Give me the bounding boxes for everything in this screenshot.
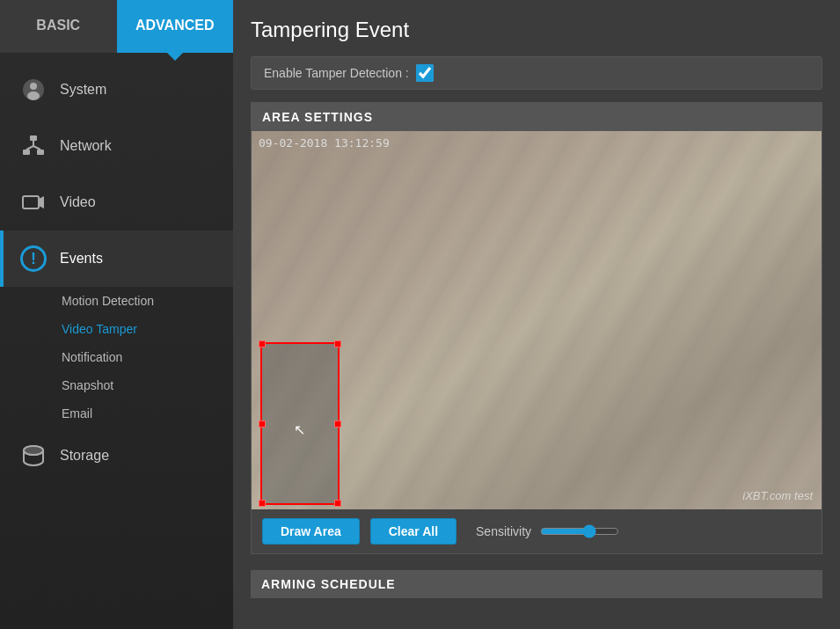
svg-rect-3 [30, 135, 37, 141]
sidebar-item-video-tamper[interactable]: Video Tamper [53, 315, 233, 343]
tamper-detection-row: Enable Tamper Detection : [251, 56, 822, 90]
sidebar-item-snapshot[interactable]: Snapshot [53, 371, 233, 399]
handle-top-right[interactable] [334, 340, 341, 347]
sidebar-item-email[interactable]: Email [53, 399, 233, 428]
tamper-detection-label: Enable Tamper Detection : [264, 66, 409, 80]
video-icon [18, 187, 49, 218]
handle-top-left[interactable] [259, 340, 266, 347]
svg-rect-9 [23, 196, 39, 208]
sidebar-item-network[interactable]: Network [0, 118, 233, 174]
sidebar-item-system-label: System [60, 82, 106, 98]
tab-basic[interactable]: BASIC [0, 0, 117, 53]
tamper-detection-checkbox[interactable] [416, 64, 434, 82]
svg-point-1 [30, 83, 37, 90]
sidebar-item-notification[interactable]: Notification [53, 343, 233, 371]
area-settings-header: AREA SETTINGS [252, 103, 822, 131]
sensitivity-slider[interactable] [540, 524, 619, 538]
svg-line-8 [33, 146, 40, 150]
handle-middle-right[interactable] [334, 421, 341, 428]
sidebar-item-events[interactable]: ! Events [0, 230, 233, 287]
cursor-indicator: ↖ [294, 421, 305, 438]
svg-rect-5 [37, 150, 44, 155]
svg-line-7 [26, 146, 33, 150]
events-submenu: Motion Detection Video Tamper Notificati… [0, 287, 233, 428]
sidebar-item-storage[interactable]: Storage [0, 428, 233, 484]
svg-point-2 [27, 91, 40, 100]
network-icon [18, 130, 49, 162]
tab-bar: BASIC ADVANCED [0, 0, 233, 53]
page-title: Tampering Event [251, 18, 822, 42]
arming-schedule-header: ARMING SCHEDULE [251, 570, 822, 598]
sidebar-item-video[interactable]: Video [0, 174, 233, 230]
sidebar-item-video-label: Video [60, 194, 96, 210]
tab-advanced[interactable]: ADVANCED [117, 0, 234, 53]
clear-all-button[interactable]: Clear All [370, 518, 457, 545]
svg-rect-4 [23, 150, 30, 155]
exclamation-icon: ! [18, 243, 49, 274]
sidebar-item-motion-detection[interactable]: Motion Detection [53, 287, 233, 315]
sensitivity-label: Sensitivity [476, 524, 531, 538]
tab-advanced-label: ADVANCED [135, 18, 214, 33]
handle-bottom-right[interactable] [334, 500, 341, 507]
storage-icon [18, 440, 49, 472]
sidebar-item-network-label: Network [60, 138, 112, 154]
sensitivity-row: Sensitivity [476, 524, 619, 538]
sidebar: BASIC ADVANCED System [0, 0, 233, 629]
camera-timestamp: 09-02-2018 13:12:59 [259, 136, 390, 150]
detection-area[interactable]: ↖ [260, 342, 340, 505]
sidebar-nav: System Network [0, 53, 233, 629]
tab-basic-label: BASIC [36, 18, 80, 33]
draw-area-button[interactable]: Draw Area [262, 518, 360, 545]
handle-middle-left[interactable] [259, 421, 266, 428]
area-settings-box: AREA SETTINGS 09-02-2018 13:12:59 iXBT.c… [251, 102, 822, 554]
sidebar-item-storage-label: Storage [60, 448, 109, 464]
sidebar-item-system[interactable]: System [0, 62, 233, 118]
camera-watermark: iXBT.com test [742, 489, 813, 502]
main-content: Tampering Event Enable Tamper Detection … [233, 0, 840, 629]
area-controls: Draw Area Clear All Sensitivity [252, 509, 822, 553]
sidebar-item-events-label: Events [60, 251, 103, 267]
camera-view: 09-02-2018 13:12:59 iXBT.com test ↖ [252, 131, 822, 509]
handle-bottom-left[interactable] [259, 500, 266, 507]
gear-icon [18, 74, 49, 106]
